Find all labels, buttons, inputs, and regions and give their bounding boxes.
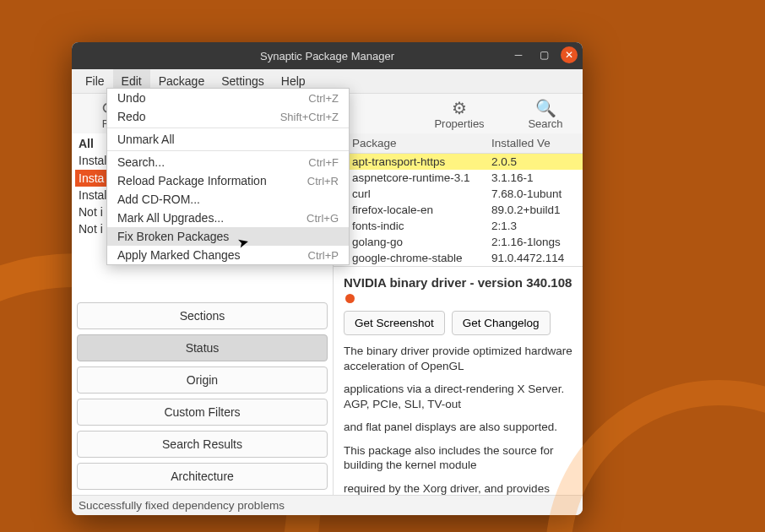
package-detail: NVIDIA binary driver - version 340.108 G… [334,266,583,495]
package-version: 2:1.16-1longs [491,236,583,248]
detail-text: and flat panel displays are also support… [344,420,572,435]
statusbar: Successfully fixed dependency problems [72,495,583,515]
package-row[interactable]: fonts-indic2:1.3 [334,218,583,234]
filter-btn-architecture[interactable]: Architecture [77,463,328,490]
edit-dropdown: UndoCtrl+ZRedoShift+Ctrl+ZUnmark AllSear… [106,88,350,265]
gear-icon: ⚙ [452,99,467,117]
package-row[interactable]: golang-go2:1.16-1longs [334,234,583,250]
menuitem-unmark-all[interactable]: Unmark All [107,130,349,149]
titlebar: Synaptic Package Manager ─ ▢ ✕ [72,42,583,69]
package-name: google-chrome-stable [350,252,491,264]
detail-text: applications via a direct-rendering X Se… [344,382,572,411]
status-text: Successfully fixed dependency problems [79,499,285,512]
package-version: 2.0.5 [491,155,583,168]
package-row[interactable]: curl7.68.0-1ubunt [334,186,583,202]
menuitem-reload-package-information[interactable]: Reload Package InformationCtrl+R [107,171,349,190]
window-title: Synaptic Package Manager [260,50,394,62]
package-list[interactable]: apt-transport-https2.0.5aspnetcore-runti… [334,154,583,266]
search-icon: 🔍 [535,99,556,117]
menuitem-apply-marked-changes[interactable]: Apply Marked ChangesCtrl+P [107,246,349,264]
minimize-button[interactable]: ─ [510,46,527,63]
package-version: 91.0.4472.114 [491,252,583,264]
package-name: curl [350,187,491,200]
menuitem-add-cd-rom[interactable]: Add CD-ROM... [107,190,349,209]
header-package[interactable]: Package [350,137,491,149]
filter-btn-custom-filters[interactable]: Custom Filters [77,399,328,426]
package-row[interactable]: apt-transport-https2.0.5 [334,154,583,170]
detail-text: required by the Xorg driver, and provide… [344,481,572,495]
package-table-header: Package Installed Ve [334,133,583,154]
package-name: firefox-locale-en [350,204,491,216]
get-screenshot-button[interactable]: Get Screenshot [344,311,445,335]
menuitem-redo[interactable]: RedoShift+Ctrl+Z [107,107,349,126]
package-name: aspnetcore-runtime-3.1 [350,171,491,184]
filter-button-group: SectionsStatusOriginCustom FiltersSearch… [72,297,333,495]
filter-btn-search-results[interactable]: Search Results [77,431,328,458]
menuitem-undo[interactable]: UndoCtrl+Z [107,89,349,107]
search-label: Search [528,117,562,130]
supported-icon [345,294,355,303]
package-name: apt-transport-https [350,155,491,168]
detail-text: The binary driver provide optimized hard… [344,344,572,373]
properties-button[interactable]: ⚙ Properties [429,99,490,130]
menuitem-search[interactable]: Search...Ctrl+F [107,153,349,171]
properties-label: Properties [434,117,484,130]
package-version: 3.1.16-1 [491,171,583,184]
menuitem-mark-all-upgrades[interactable]: Mark All Upgrades...Ctrl+G [107,209,349,227]
header-installed[interactable]: Installed Ve [491,137,583,149]
package-version: 89.0.2+build1 [491,204,583,216]
close-button[interactable]: ✕ [561,46,578,63]
search-button[interactable]: 🔍 Search [515,99,576,130]
package-row[interactable]: aspnetcore-runtime-3.13.1.16-1 [334,170,583,186]
right-pane: Package Installed Ve apt-transport-https… [334,133,583,495]
package-name: fonts-indic [350,220,491,232]
package-row[interactable]: google-chrome-stable91.0.4472.114 [334,250,583,266]
menuitem-fix-broken-packages[interactable]: Fix Broken Packages [107,227,349,246]
package-version: 2:1.3 [491,220,583,232]
maximize-button[interactable]: ▢ [535,46,552,63]
package-row[interactable]: firefox-locale-en89.0.2+build1 [334,202,583,218]
package-name: golang-go [350,236,491,248]
filter-btn-status[interactable]: Status [77,334,328,361]
detail-text: This package also includes the source fo… [344,443,572,473]
detail-title: NVIDIA binary driver - version 340.108 [344,275,572,304]
package-version: 7.68.0-1ubunt [491,187,583,200]
filter-btn-sections[interactable]: Sections [77,302,328,329]
filter-btn-origin[interactable]: Origin [77,366,328,394]
get-changelog-button[interactable]: Get Changelog [452,311,551,335]
